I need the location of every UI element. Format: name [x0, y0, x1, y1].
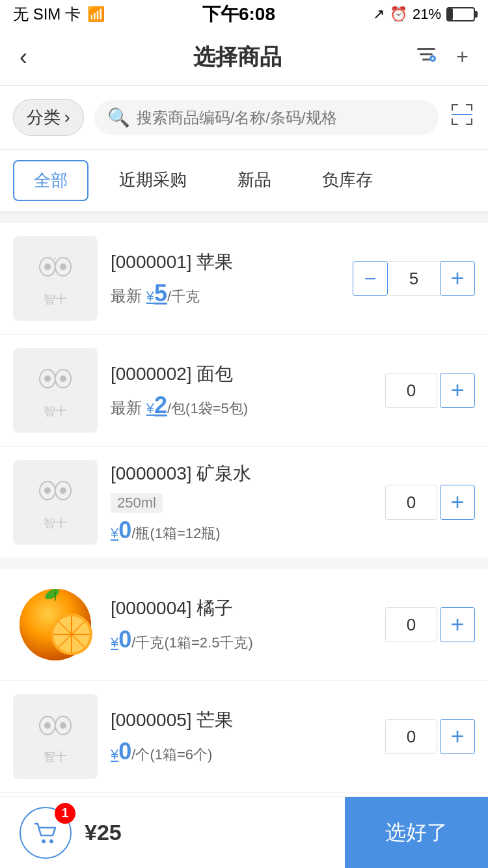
- product-price: ¥0/瓶(1箱=12瓶): [111, 517, 372, 544]
- wifi-icon: 📶: [87, 6, 105, 23]
- svg-rect-2: [422, 59, 430, 61]
- tab-bar: 全部 近期采购 新品 负库存: [0, 150, 488, 213]
- product-name: [0000003] 矿泉水: [111, 461, 372, 486]
- filter-bar: 分类 › 🔍: [0, 86, 488, 150]
- orange-fruit-image: [13, 582, 98, 667]
- product-image-0000002: 智十: [13, 348, 98, 433]
- svg-point-23: [60, 375, 66, 382]
- quantity-input[interactable]: [388, 261, 440, 296]
- product-item: 智十 [0000003] 矿泉水 250ml ¥0/瓶(1箱=12瓶) +: [0, 447, 488, 558]
- product-name: [0000001] 苹果: [111, 250, 340, 275]
- section-divider: [0, 213, 488, 223]
- svg-rect-0: [417, 48, 435, 50]
- quantity-control-0000005: +: [385, 719, 475, 754]
- quantity-increase-button[interactable]: +: [440, 607, 475, 642]
- location-icon: ↗: [373, 6, 385, 23]
- cart-total: ¥25: [85, 820, 122, 845]
- owl-eyes-icon: [36, 362, 75, 401]
- svg-rect-11: [452, 118, 453, 125]
- category-label: 分类: [27, 106, 61, 129]
- tab-new[interactable]: 新品: [217, 160, 291, 201]
- product-item: 智十 [0000001] 苹果 最新 ¥5/千克 − +: [0, 223, 488, 334]
- svg-point-51: [49, 839, 53, 843]
- quantity-increase-button[interactable]: +: [440, 719, 475, 754]
- bottom-bar: 1 ¥25 选好了: [0, 796, 488, 868]
- add-icon[interactable]: +: [456, 45, 468, 69]
- product-info-0000003: [0000003] 矿泉水 250ml ¥0/瓶(1箱=12瓶): [111, 461, 372, 544]
- nav-bar: ‹ 选择商品 +: [0, 29, 488, 86]
- status-indicators: ↗ ⏰ 21%: [373, 6, 475, 23]
- product-info-0000001: [0000001] 苹果 最新 ¥5/千克: [111, 250, 340, 307]
- back-button[interactable]: ‹: [20, 44, 59, 71]
- status-carrier: 无 SIM 卡 📶: [13, 4, 105, 25]
- filter-icon[interactable]: [416, 44, 437, 70]
- confirm-button[interactable]: 选好了: [345, 797, 488, 869]
- cart-badge: 1: [55, 803, 75, 824]
- product-price: ¥0/千克(1箱=2.5千克): [111, 626, 372, 653]
- owl-brand-text: 智十: [44, 403, 67, 419]
- product-info-0000004: [0000004] 橘子 ¥0/千克(1箱=2.5千克): [111, 596, 372, 653]
- cart-svg: [33, 821, 59, 845]
- carrier-text: 无 SIM 卡: [13, 4, 81, 25]
- svg-point-40: [44, 722, 51, 729]
- tab-negative[interactable]: 负库存: [302, 160, 393, 201]
- owl-logo: 智十: [36, 474, 75, 531]
- product-item: 智十 [0000005] 芒果 ¥0/个(1箱=6个) +: [0, 681, 488, 792]
- search-icon: 🔍: [107, 107, 130, 128]
- svg-point-41: [60, 722, 66, 729]
- svg-rect-13: [471, 118, 472, 125]
- product-price: 最新 ¥5/千克: [111, 280, 340, 307]
- owl-logo: 智十: [36, 709, 75, 765]
- cart-section: 1 ¥25: [0, 807, 122, 859]
- product-name: [0000005] 芒果: [111, 708, 372, 733]
- product-price: ¥0/个(1箱=6个): [111, 738, 372, 765]
- quantity-input[interactable]: [385, 719, 437, 754]
- svg-rect-1: [420, 53, 433, 55]
- owl-eyes-icon: [36, 474, 75, 513]
- product-item: [0000004] 橘子 ¥0/千克(1箱=2.5千克) +: [0, 569, 488, 680]
- quantity-increase-button[interactable]: +: [440, 485, 475, 520]
- quantity-input[interactable]: [385, 485, 437, 520]
- battery-icon: [446, 7, 475, 21]
- product-image-0000004: [13, 582, 98, 667]
- svg-rect-9: [471, 104, 472, 111]
- svg-rect-14: [452, 114, 472, 115]
- page-title: 选择商品: [193, 42, 282, 72]
- search-input[interactable]: [137, 109, 426, 127]
- product-name: [0000002] 面包: [111, 362, 372, 387]
- owl-eyes-icon: [36, 251, 75, 289]
- svg-point-22: [44, 375, 51, 382]
- status-bar: 无 SIM 卡 📶 下午6:08 ↗ ⏰ 21%: [0, 0, 488, 29]
- product-item: 智十 [0000002] 面包 最新 ¥2/包(1袋=5包) +: [0, 335, 488, 446]
- category-button[interactable]: 分类 ›: [13, 99, 84, 136]
- product-name: [0000004] 橘子: [111, 596, 372, 621]
- quantity-control-0000001: − +: [353, 261, 475, 296]
- quantity-control-0000004: +: [385, 607, 475, 642]
- cart-icon[interactable]: 1: [20, 807, 72, 859]
- svg-point-18: [60, 264, 66, 270]
- alarm-icon: ⏰: [390, 6, 407, 23]
- owl-brand-text: 智十: [44, 515, 67, 531]
- quantity-input[interactable]: [385, 373, 437, 408]
- quantity-input[interactable]: [385, 607, 437, 642]
- svg-rect-7: [452, 104, 453, 111]
- quantity-increase-button[interactable]: +: [440, 373, 475, 408]
- quantity-decrease-button[interactable]: −: [353, 261, 388, 296]
- product-price: 最新 ¥2/包(1袋=5包): [111, 392, 372, 419]
- nav-actions: +: [416, 44, 468, 70]
- owl-brand-text: 智十: [44, 749, 67, 765]
- search-box: 🔍: [94, 100, 439, 135]
- tab-all[interactable]: 全部: [13, 160, 88, 201]
- quantity-increase-button[interactable]: +: [440, 261, 475, 296]
- owl-brand-text: 智十: [44, 292, 67, 307]
- svg-point-27: [60, 487, 66, 494]
- battery-percent: 21%: [413, 6, 441, 23]
- tab-recent[interactable]: 近期采购: [99, 160, 207, 201]
- quantity-control-0000002: +: [385, 373, 475, 408]
- scan-icon[interactable]: [449, 102, 475, 133]
- product-spec: 250ml: [111, 493, 163, 513]
- owl-logo: 智十: [36, 251, 75, 307]
- quantity-control-0000003: +: [385, 485, 475, 520]
- owl-logo: 智十: [36, 362, 75, 419]
- svg-point-17: [44, 264, 51, 270]
